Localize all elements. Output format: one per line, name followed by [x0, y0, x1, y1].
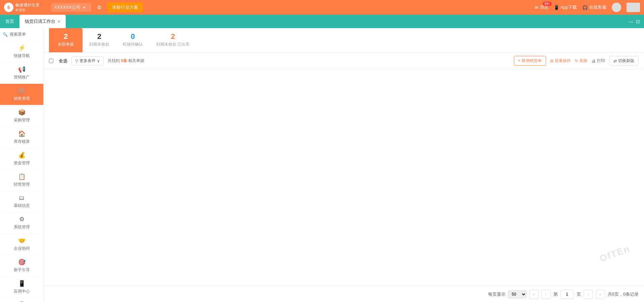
chevron-icon: ∨ [97, 59, 100, 63]
switch-version-btn[interactable]: ⇄ 切换新版 [609, 56, 639, 66]
print-label: 打印 [597, 58, 605, 64]
refresh-icon: ↻ [575, 59, 578, 63]
sidebar-item-kuaijiedaohang[interactable]: ⚡ 快捷导航 [0, 41, 43, 62]
print-btn[interactable]: 🖨 打印 [592, 58, 605, 64]
tab-qianhuoricqing-label: 钱货日清工作台 [25, 18, 55, 24]
prev-page-btn[interactable]: ‹ [541, 290, 551, 299]
sidebar-item-label: 应用中心 [14, 289, 30, 294]
sidebar-item-label: 企业协同 [14, 246, 30, 251]
avatar[interactable] [612, 3, 621, 12]
minimize-icon[interactable]: — [629, 19, 633, 24]
sidebar-item-label: 快捷导航 [14, 53, 30, 59]
sidebar-item-weixin[interactable]: 💬 企业微信 [0, 298, 43, 302]
refresh-btn[interactable]: ↻ 刷新 [575, 58, 588, 64]
service-icon: 🎧 [582, 5, 588, 10]
pagination: 每页显示 50 100 200 « ‹ 第 页 › » 共0页，0条记录 [44, 286, 644, 302]
sidebar-item-label: 营销推广 [14, 74, 30, 80]
switch-label: 切换新版 [618, 58, 634, 64]
sidebar-item-label: 销售管理 [14, 96, 30, 102]
last-page-btn[interactable]: » [596, 290, 605, 299]
company-selector[interactable]: XXXXXX公司 ▼ [51, 3, 91, 12]
online-service-label: 在线客服 [589, 4, 606, 10]
search-menu-btn[interactable]: 🔍 搜索菜单 [0, 28, 43, 41]
sidebar-item-yingxiao[interactable]: 📢 营销推广 [0, 62, 43, 84]
sidebar-item-label: 基础信息 [14, 203, 30, 208]
stat-label-all: 全部单据 [58, 42, 74, 47]
gear-icon: ⚙ [97, 4, 102, 11]
app-name: 畅捷通好生意 [15, 3, 40, 8]
guide-icon: 🎯 [18, 258, 25, 266]
logo-icon: 6 [4, 3, 13, 12]
sidebar-item-kucun[interactable]: 🏠 库存核算 [0, 127, 43, 148]
more-filter-btn[interactable]: ▽ 更多条件 ∨ [71, 56, 104, 65]
stat-tab-chuku[interactable]: 2 到期未收款 已出库 [150, 28, 196, 52]
page-input[interactable] [560, 290, 574, 299]
batch-label: 批量操作 [555, 58, 571, 64]
print-icon: 🖨 [592, 59, 596, 63]
main-layout: 🔍 搜索菜单 ⚡ 快捷导航 📢 营销推广 🛒 销售管理 📦 采购管理 🏠 库存核… [0, 28, 644, 302]
page-suffix: 页 [577, 291, 581, 297]
sidebar-item-label: 经营管理 [14, 182, 30, 187]
message-btn[interactable]: ✉ 消息 99+ [535, 4, 548, 10]
batch-icon: ⊞ [550, 59, 553, 63]
logo-text: 畅捷通好生意 标准版 [15, 3, 40, 12]
basic-info-icon: 🗂 [19, 194, 25, 201]
experience-btn[interactable]: 体验行业方案 [107, 2, 143, 12]
sidebar-item-label: 库存核算 [14, 139, 30, 144]
sales-icon: 🛒 [18, 87, 25, 95]
total-label: 共0页，0条记录 [608, 291, 639, 297]
sidebar-item-zijin[interactable]: 💰 资金管理 [0, 148, 43, 170]
tab-home[interactable]: 首页 [0, 15, 19, 28]
company-name: XXXXXX公司 [54, 4, 80, 10]
first-page-btn[interactable]: « [529, 290, 539, 299]
close-icon[interactable]: ✕ [57, 19, 60, 24]
sidebar-item-jingying[interactable]: 📋 经营管理 [0, 170, 43, 191]
sidebar-item-jichu[interactable]: 🗂 基础信息 [0, 191, 43, 212]
table-area: OfTEn [44, 69, 644, 286]
content-area: 2 全部单据 2 到期未收款 0 旺辅待确认 2 到期未收款 已出库 全选 ▽ … [44, 28, 644, 302]
sidebar-item-xiaoshou[interactable]: 🛒 销售管理 [0, 84, 43, 105]
maximize-icon[interactable]: ⊡ [636, 19, 640, 24]
select-all-checkbox[interactable] [49, 59, 53, 63]
sidebar-item-label: 采购管理 [14, 117, 30, 123]
search-icon: 🔍 [3, 32, 8, 37]
next-page-btn[interactable]: › [584, 290, 593, 299]
page-size-select[interactable]: 50 100 200 [508, 290, 527, 298]
logo-area: 6 畅捷通好生意 标准版 [4, 3, 48, 12]
app-sub: 标准版 [15, 8, 40, 12]
stat-num-all: 2 [64, 32, 68, 41]
stat-label-overdue: 到期未收款 [89, 42, 109, 47]
stat-tab-overdue[interactable]: 2 到期未收款 [83, 28, 116, 52]
online-service-btn[interactable]: 🎧 在线客服 [582, 4, 606, 10]
tab-bar: 首页 钱货日清工作台 ✕ — ⊡ [0, 15, 644, 28]
stat-tab-wangfu[interactable]: 0 旺辅待确认 [116, 28, 150, 52]
purchase-icon: 📦 [18, 109, 25, 116]
stat-tab-all[interactable]: 2 全部单据 [49, 28, 83, 52]
sidebar-item-xitong[interactable]: ⚙ 系统管理 [0, 212, 43, 234]
username-display [627, 3, 640, 12]
sidebar-item-label: 系统管理 [14, 224, 30, 230]
app-download-btn[interactable]: 📱 App下载 [554, 4, 577, 10]
batch-operation-btn[interactable]: ⊞ 批量操作 [550, 58, 571, 64]
add-sales-order-btn[interactable]: + 新增销货单 [514, 56, 546, 66]
filter-icon: ▽ [75, 59, 78, 63]
finance-icon: 💰 [18, 152, 25, 159]
tab-bar-actions: — ⊡ [629, 19, 644, 24]
sidebar: 🔍 搜索菜单 ⚡ 快捷导航 📢 营销推广 🛒 销售管理 📦 采购管理 🏠 库存核… [0, 28, 44, 302]
tab-qianhuoricqing[interactable]: 钱货日清工作台 ✕ [19, 15, 66, 28]
sidebar-item-app[interactable]: 📱 应用中心 [0, 277, 43, 298]
stat-label-wangfu: 旺辅待确认 [123, 42, 143, 47]
select-all-label: 全选 [59, 58, 67, 64]
sidebar-item-qiye[interactable]: 🤝 企业协同 [0, 234, 43, 255]
sidebar-item-label: 资金管理 [14, 160, 30, 166]
system-icon: ⚙ [19, 216, 24, 223]
inventory-icon: 🏠 [18, 130, 25, 137]
app-download-label: App下载 [560, 4, 577, 10]
sidebar-item-xinshou[interactable]: 🎯 新手引导 [0, 255, 43, 277]
settings-button[interactable]: ⚙ [94, 2, 105, 13]
sidebar-item-caigou[interactable]: 📦 采购管理 [0, 105, 43, 127]
marketing-icon: 📢 [18, 66, 25, 73]
toolbar-right: + 新增销货单 ⊞ 批量操作 ↻ 刷新 🖨 打印 ⇄ 切换新版 [514, 56, 639, 66]
stats-tabs: 2 全部单据 2 到期未收款 0 旺辅待确认 2 到期未收款 已出库 [44, 28, 644, 53]
page-size-label: 每页显示 [488, 291, 505, 297]
